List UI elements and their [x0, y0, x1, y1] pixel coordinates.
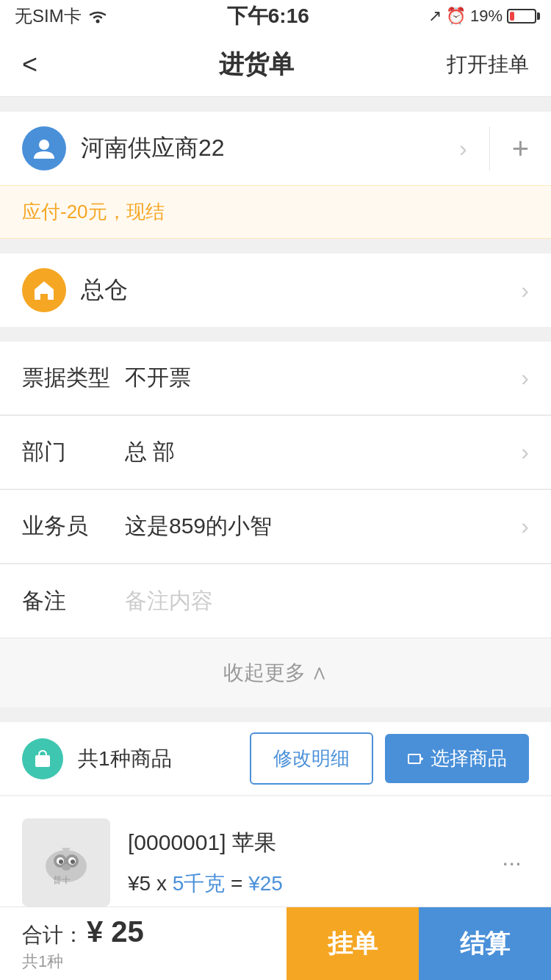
invoice-type-chevron-icon: ›: [521, 364, 529, 392]
remark-row[interactable]: 备注 备注内容: [0, 564, 551, 638]
product-more-button[interactable]: ···: [494, 842, 529, 884]
chevron-right-icon: ›: [459, 135, 467, 162]
shopping-bag-icon: [32, 748, 54, 770]
price-total: ¥25: [248, 872, 283, 895]
department-label: 部门: [22, 437, 110, 467]
invoice-type-value: 不开票: [110, 363, 521, 393]
owl-logo: 督十: [37, 833, 96, 892]
select-product-button[interactable]: 选择商品: [385, 734, 529, 783]
svg-text:督十: 督十: [53, 875, 71, 885]
salesman-label: 业务员: [22, 511, 110, 541]
battery-percent: 19%: [470, 7, 503, 26]
back-button[interactable]: <: [22, 49, 66, 80]
page-title: 进货单: [219, 48, 294, 82]
price-quantity: 5千克: [173, 872, 226, 895]
hang-order-button[interactable]: 挂单: [287, 907, 419, 981]
svg-point-0: [96, 20, 99, 24]
section-gap-2: [0, 239, 551, 253]
department-value: 总 部: [110, 437, 521, 467]
total-label: 合计：: [22, 921, 84, 949]
supplier-avatar: [22, 126, 66, 170]
select-product-label: 选择商品: [431, 746, 507, 771]
status-left: 无SIM卡: [15, 4, 108, 28]
warehouse-name: 总仓: [81, 274, 521, 306]
supplier-divider: [489, 126, 490, 170]
remark-placeholder: 备注内容: [110, 586, 529, 616]
total-amount: ¥ 25: [87, 915, 144, 948]
location-icon: ↗: [428, 7, 442, 26]
wifi-icon: [87, 9, 108, 24]
svg-point-14: [62, 865, 71, 871]
cart-icon: [407, 750, 425, 768]
remark-label: 备注: [22, 586, 110, 616]
svg-rect-4: [408, 754, 420, 763]
edit-detail-button[interactable]: 修改明细: [250, 732, 373, 785]
warning-banner: 应付-20元，现结: [0, 185, 551, 239]
open-pending-button[interactable]: 打开挂单: [447, 51, 529, 79]
price-equals: =: [231, 872, 248, 895]
product-count-text: 共1种商品: [78, 745, 250, 773]
svg-point-13: [71, 860, 75, 864]
invoice-type-row[interactable]: 票据类型 不开票 ›: [0, 342, 551, 415]
settle-button[interactable]: 结算: [419, 907, 551, 981]
main-content: 河南供应商22 › + 应付-20元，现结 总仓 › 票据类型 不开票 › 部门…: [0, 97, 551, 980]
section-gap-1: [0, 97, 551, 112]
svg-point-1: [39, 140, 49, 150]
product-thumbnail: 督十: [22, 818, 110, 907]
product-apple: 苹果: [232, 830, 276, 854]
product-name: [0000001] 苹果: [128, 828, 494, 858]
department-row[interactable]: 部门 总 部 ›: [0, 416, 551, 489]
salesman-value: 这是859的小智: [110, 511, 521, 541]
add-supplier-button[interactable]: +: [512, 132, 529, 165]
product-header: 共1种商品 修改明细 选择商品: [0, 722, 551, 796]
department-chevron-icon: ›: [521, 439, 529, 466]
user-icon: [31, 135, 57, 162]
total-count: 共1种: [22, 951, 264, 973]
svg-rect-3: [35, 755, 50, 767]
warehouse-chevron-icon: ›: [521, 277, 529, 304]
product-count-icon: [22, 738, 63, 779]
supplier-section[interactable]: 河南供应商22 › +: [0, 112, 551, 185]
warehouse-section[interactable]: 总仓 ›: [0, 253, 551, 327]
status-bar: 无SIM卡 下午6:16 ↗ ⏰ 19%: [0, 0, 551, 32]
bottom-bar: 合计： ¥ 25 共1种 挂单 结算: [0, 907, 551, 980]
house-icon: [32, 278, 57, 303]
status-time: 下午6:16: [227, 2, 309, 30]
section-gap-4: [0, 707, 551, 722]
nav-bar: < 进货单 打开挂单: [0, 32, 551, 97]
svg-point-12: [59, 860, 63, 864]
carrier-label: 无SIM卡: [15, 4, 82, 28]
collapse-button[interactable]: 收起更多 ∧: [0, 638, 551, 707]
status-right: ↗ ⏰ 19%: [428, 7, 536, 26]
product-price: ¥5 x 5千克 = ¥25: [128, 870, 494, 898]
salesman-row[interactable]: 业务员 这是859的小智 ›: [0, 490, 551, 563]
section-gap-3: [0, 327, 551, 342]
price-value: ¥5: [128, 872, 151, 895]
battery-icon: [507, 9, 536, 24]
supplier-name: 河南供应商22: [81, 132, 459, 165]
invoice-type-label: 票据类型: [22, 363, 110, 393]
product-id: [0000001]: [128, 830, 226, 854]
product-info: [0000001] 苹果 ¥5 x 5千克 = ¥25: [128, 828, 494, 898]
total-section: 合计： ¥ 25 共1种: [0, 915, 287, 973]
salesman-chevron-icon: ›: [521, 513, 529, 540]
form-section: 票据类型 不开票 › 部门 总 部 › 业务员 这是859的小智 › 备注 备注…: [0, 342, 551, 638]
product-section: 共1种商品 修改明细 选择商品: [0, 722, 551, 929]
price-times: x: [156, 872, 173, 895]
svg-rect-2: [40, 294, 48, 300]
alarm-icon: ⏰: [446, 7, 466, 26]
warehouse-icon: [22, 268, 66, 312]
